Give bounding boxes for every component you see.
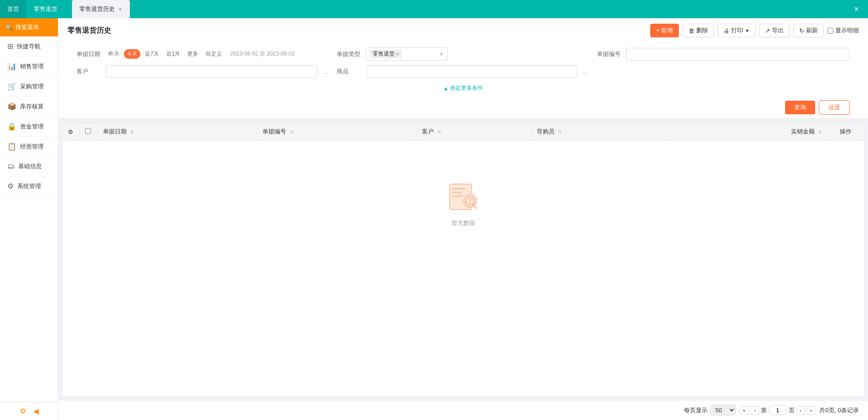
content-area: 零售退货历史 + 新增 🗑 删除 🖨 打印 ▼ ↗ 导出: [58, 18, 868, 420]
sidebar-item-purchase[interactable]: 🛒采购管理: [0, 77, 58, 97]
table-container: ⚙ 单据日期 ⇅ 单据编号 ⇅: [62, 123, 864, 396]
goods-ellipsis-button[interactable]: ...: [581, 67, 590, 77]
th-doc-no: 单据编号 ⇅: [257, 123, 416, 141]
refresh-label: 刷新: [806, 26, 818, 35]
print-label: 打印: [731, 26, 743, 35]
page-total-info: 共0页, 0条记录: [819, 406, 859, 415]
date-opt-more[interactable]: 更多: [185, 49, 201, 59]
table-header: ⚙ 单据日期 ⇅ 单据编号 ⇅: [62, 123, 864, 141]
th-date-label: 单据日期: [103, 128, 127, 135]
table-settings-icon[interactable]: ⚙: [68, 128, 73, 135]
print-button[interactable]: 🖨 打印 ▼: [718, 24, 755, 37]
date-opt-last7[interactable]: 近7天: [142, 49, 162, 59]
sidebar-search-label: 搜索菜单: [15, 23, 39, 31]
sidebar-item-quick-nav[interactable]: ⊞快捷导航: [0, 36, 58, 56]
window-close-button[interactable]: ×: [850, 5, 863, 14]
doc-no-filter-item: 单据编号: [597, 48, 850, 61]
page-header: 零售退货历史 + 新增 🗑 删除 🖨 打印 ▼ ↗ 导出: [58, 18, 868, 119]
export-label: 导出: [772, 26, 784, 35]
doc-no-input[interactable]: [626, 48, 850, 61]
th-amount-sort-icon[interactable]: ⇅: [818, 129, 822, 134]
sidebar-item-basic-info[interactable]: 🗂基础信息: [0, 157, 58, 176]
query-button[interactable]: 查询: [785, 101, 815, 114]
th-date-sort-icon[interactable]: ⇅: [130, 129, 134, 134]
date-opt-last1month[interactable]: 近1月: [164, 49, 183, 59]
add-button[interactable]: + 新增: [650, 24, 679, 37]
svg-rect-1: [452, 188, 465, 190]
search-icon: 🔍: [5, 24, 13, 31]
th-settings[interactable]: ⚙: [62, 123, 79, 141]
sidebar-item-operations[interactable]: 📋经营管理: [0, 137, 58, 157]
show-detail-label: 显示明细: [835, 26, 859, 35]
select-all-checkbox[interactable]: [85, 128, 91, 134]
goods-input[interactable]: [366, 65, 577, 78]
th-action-label: 操作: [840, 128, 852, 135]
date-opt-yesterday[interactable]: 昨天: [106, 49, 122, 59]
delete-button[interactable]: 🗑 删除: [683, 24, 714, 37]
th-guide-label: 导购员: [537, 128, 555, 135]
page-first-button[interactable]: «: [740, 406, 749, 415]
per-page-label: 每页显示: [684, 406, 708, 415]
page-next-button[interactable]: ›: [796, 406, 805, 415]
date-filter-item: 单据日期 昨天今天近7天近1月更多自定义 2023-06-02 至 2023-0…: [77, 49, 329, 59]
customer-ellipsis-button[interactable]: ...: [321, 67, 329, 77]
svg-point-7: [469, 199, 471, 200]
export-button[interactable]: ↗ 导出: [759, 24, 790, 37]
sidebar-icon-finance: 🔒: [7, 122, 16, 131]
page-label: 第: [761, 406, 767, 415]
date-range-display: 2023-06-02 至 2023-06-02: [230, 50, 294, 58]
top-bar-right: ×: [845, 5, 868, 14]
th-doc-no-sort-icon[interactable]: ⇅: [290, 129, 293, 134]
page-input[interactable]: [769, 405, 787, 415]
sidebar-icon-operations: 📋: [7, 142, 16, 151]
print-icon: 🖨: [724, 27, 729, 34]
doc-type-label: 单据类型: [337, 50, 362, 58]
filter-settings-button[interactable]: 设置: [819, 100, 850, 115]
th-customer-sort-icon[interactable]: ⇅: [437, 129, 441, 134]
date-opt-custom[interactable]: 自定义: [203, 49, 225, 59]
sidebar-settings-icon[interactable]: ⚙: [20, 407, 26, 415]
sidebar-item-finance[interactable]: 🔒资金管理: [0, 117, 58, 137]
sidebar-label-finance: 资金管理: [20, 123, 44, 131]
tab-retail-return-history[interactable]: 零售退货历史×: [72, 0, 129, 18]
sidebar-label-operations: 经营管理: [20, 143, 44, 151]
doc-type-tag-remove[interactable]: ×: [396, 51, 399, 57]
date-opt-today[interactable]: 今天: [124, 49, 140, 59]
page-last-button[interactable]: »: [806, 406, 816, 415]
tab-close-retail-return[interactable]: ×: [60, 6, 65, 12]
refresh-button[interactable]: ↻ 刷新: [793, 24, 824, 37]
svg-rect-3: [452, 195, 463, 197]
tab-home[interactable]: 首页: [0, 0, 26, 18]
th-guide-sort-icon[interactable]: ⇅: [558, 129, 561, 134]
sidebar-icon-sales: 📊: [7, 62, 16, 71]
filter-row-1: 单据日期 昨天今天近7天近1月更多自定义 2023-06-02 至 2023-0…: [77, 47, 850, 61]
doc-type-tag-text: 零售退货: [373, 50, 395, 58]
date-filter-label: 单据日期: [77, 50, 102, 58]
sidebar-icon-quick-nav: ⊞: [7, 42, 13, 51]
collapse-button[interactable]: ▲ 收起更多条件: [77, 82, 850, 96]
doc-type-tags: 零售退货 ×: [370, 50, 402, 58]
doc-type-select[interactable]: 零售退货 × ▼: [366, 47, 448, 61]
page-prev-button[interactable]: ‹: [751, 406, 759, 415]
sidebar-label-purchase: 采购管理: [20, 82, 44, 91]
sidebar-item-sales[interactable]: 📊销售管理: [0, 56, 58, 77]
doc-no-label: 单据编号: [597, 50, 622, 58]
delete-label: 删除: [696, 26, 708, 35]
tab-retail-return[interactable]: 零售退货×: [26, 0, 72, 18]
sidebar-search-button[interactable]: 🔍 搜索菜单: [0, 18, 58, 36]
customer-input[interactable]: [106, 65, 317, 78]
tab-close-retail-return-history[interactable]: ×: [118, 6, 122, 12]
empty-state-cell: 暂无数据: [62, 141, 864, 264]
show-detail-checkbox[interactable]: 显示明细: [827, 26, 859, 35]
sidebar-item-system[interactable]: ⚙系统管理: [0, 176, 58, 196]
sidebar-menu: ⊞快捷导航📊销售管理🛒采购管理📦库存核算🔒资金管理📋经营管理🗂基础信息⚙系统管理: [0, 36, 58, 402]
th-action: 操作: [827, 123, 864, 141]
th-checkbox[interactable]: [79, 123, 98, 141]
sidebar-item-inventory[interactable]: 📦库存核算: [0, 97, 58, 117]
sidebar-collapse-icon[interactable]: ◀: [33, 407, 39, 415]
customer-label: 客户: [77, 67, 102, 76]
show-detail-input[interactable]: [827, 28, 833, 34]
filter-row-2: 客户 ... 商品 ...: [77, 65, 850, 78]
date-options: 昨天今天近7天近1月更多自定义: [106, 49, 225, 59]
per-page-select[interactable]: 102050100: [710, 405, 736, 415]
